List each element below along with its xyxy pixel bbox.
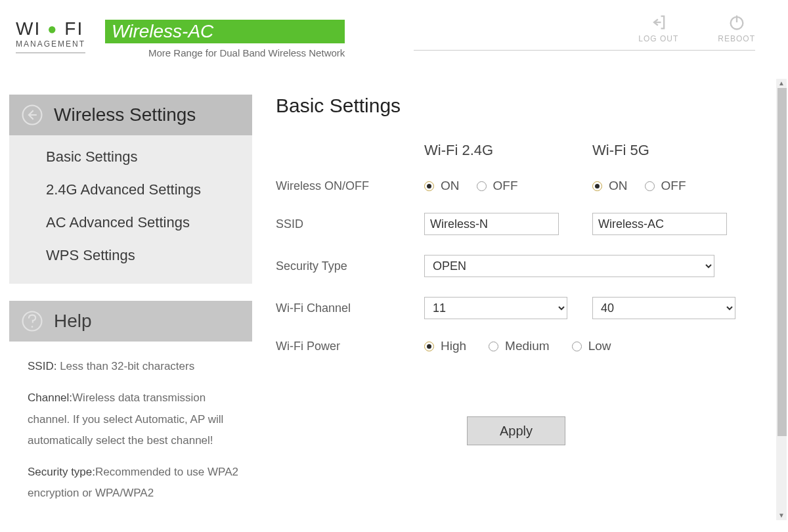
radio-5g-on[interactable]: ON bbox=[592, 179, 628, 193]
sidebar-item-basic[interactable]: Basic Settings bbox=[46, 148, 252, 166]
header: WI ● FI MANAGEMENT Wireless-AC More Rang… bbox=[0, 0, 788, 66]
label-security-type: Security Type bbox=[276, 259, 420, 273]
brand-tagline: More Range for Dual Band Wireless Networ… bbox=[148, 47, 345, 58]
brand-badge: Wireless-AC bbox=[105, 20, 345, 43]
radio-24g-on[interactable]: ON bbox=[424, 179, 460, 193]
radio-icon bbox=[489, 342, 498, 351]
onoff-5g-group: ON OFF bbox=[592, 179, 756, 193]
sidebar-item-wps[interactable]: WPS Settings bbox=[46, 247, 252, 264]
apply-button[interactable]: Apply bbox=[467, 416, 565, 445]
power-icon bbox=[728, 13, 746, 32]
header-actions: LOG OUT REBOOT bbox=[414, 13, 755, 51]
logout-label: LOG OUT bbox=[638, 34, 678, 43]
radio-24g-off[interactable]: OFF bbox=[477, 179, 518, 193]
radio-power-medium[interactable]: Medium bbox=[489, 339, 550, 353]
logout-button[interactable]: LOG OUT bbox=[638, 13, 678, 43]
back-arrow-icon bbox=[21, 104, 43, 126]
sidebar-item-ac-advanced[interactable]: AC Advanced Settings bbox=[46, 214, 252, 231]
sidebar-item-24g-advanced[interactable]: 2.4G Advanced Settings bbox=[46, 181, 252, 198]
channel-24g-select[interactable]: 11 bbox=[424, 297, 567, 319]
main-panel: Basic Settings Wi-Fi 2.4G Wi-Fi 5G Wirel… bbox=[252, 95, 788, 532]
radio-icon bbox=[645, 181, 655, 191]
help-channel-label: Channel: bbox=[28, 391, 72, 404]
sidebar: Wireless Settings Basic Settings 2.4G Ad… bbox=[9, 95, 252, 532]
brand-block: Wireless-AC More Range for Dual Band Wir… bbox=[105, 20, 345, 58]
help-header[interactable]: Help bbox=[9, 301, 252, 342]
scroll-down-icon[interactable]: ▼ bbox=[776, 511, 787, 520]
label-channel: Wi-Fi Channel bbox=[276, 301, 420, 315]
column-header-24g: Wi-Fi 2.4G bbox=[424, 142, 588, 159]
scroll-up-icon[interactable]: ▲ bbox=[776, 79, 787, 88]
radio-power-high[interactable]: High bbox=[424, 339, 466, 353]
radio-icon bbox=[572, 342, 582, 351]
logo-text-pre: WI bbox=[16, 18, 41, 39]
channel-5g-select[interactable]: 40 bbox=[592, 297, 735, 319]
help-security-label: Security type: bbox=[28, 466, 95, 478]
label-ssid: SSID bbox=[276, 217, 420, 231]
column-header-5g: Wi-Fi 5G bbox=[592, 142, 756, 159]
ssid-24g-input[interactable] bbox=[424, 213, 559, 235]
help-title: Help bbox=[54, 311, 92, 332]
power-group: High Medium Low bbox=[424, 339, 756, 353]
logo-dot-icon: ● bbox=[47, 20, 58, 37]
logo: WI ● FI MANAGEMENT bbox=[16, 20, 85, 53]
scrollbar-thumb[interactable] bbox=[777, 88, 787, 436]
help-ssid-label: SSID: bbox=[28, 360, 56, 372]
reboot-button[interactable]: REBOOT bbox=[718, 13, 755, 43]
label-wireless-onoff: Wireless ON/OFF bbox=[276, 179, 420, 193]
logo-subtitle: MANAGEMENT bbox=[16, 39, 85, 49]
radio-icon bbox=[477, 181, 487, 191]
logout-icon bbox=[649, 13, 668, 32]
page-title: Basic Settings bbox=[276, 95, 762, 117]
sidebar-title: Wireless Settings bbox=[54, 104, 196, 125]
logo-text-post: FI bbox=[64, 18, 83, 39]
radio-power-low[interactable]: Low bbox=[572, 339, 611, 353]
sidebar-header[interactable]: Wireless Settings bbox=[9, 95, 252, 135]
onoff-24g-group: ON OFF bbox=[424, 179, 588, 193]
radio-5g-off[interactable]: OFF bbox=[645, 179, 686, 193]
help-ssid-text: Less than 32-bit characters bbox=[56, 360, 194, 372]
help-icon bbox=[21, 310, 43, 332]
svg-point-5 bbox=[32, 326, 33, 328]
radio-icon bbox=[424, 181, 434, 191]
label-power: Wi-Fi Power bbox=[276, 340, 420, 353]
radio-icon bbox=[592, 181, 602, 191]
sidebar-list: Basic Settings 2.4G Advanced Settings AC… bbox=[9, 135, 252, 284]
security-type-select[interactable]: OPEN bbox=[424, 255, 714, 277]
ssid-5g-input[interactable] bbox=[592, 213, 727, 235]
reboot-label: REBOOT bbox=[718, 34, 755, 43]
radio-icon bbox=[424, 342, 434, 351]
help-body: SSID: Less than 32-bit characters Channe… bbox=[9, 342, 252, 515]
